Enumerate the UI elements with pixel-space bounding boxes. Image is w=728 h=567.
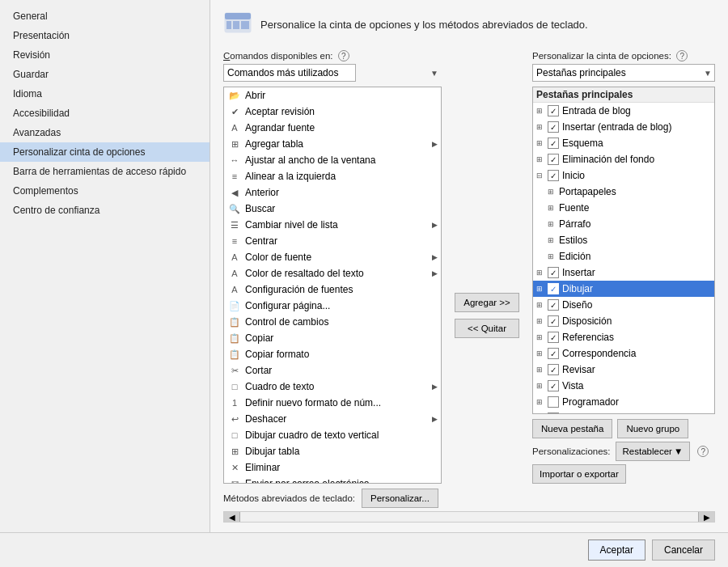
tree-item-5[interactable]: ⊞Portapapeles: [533, 184, 714, 200]
tree-checkbox-4[interactable]: [548, 170, 559, 181]
tree-expand-18[interactable]: ⊞: [536, 398, 548, 406]
tree-checkbox-10[interactable]: [548, 267, 559, 278]
new-group-button[interactable]: Nuevo grupo: [617, 419, 688, 438]
add-button[interactable]: Agregar >>: [455, 293, 519, 312]
commands-listbox[interactable]: 📂Abrir✔Aceptar revisiónAAgrandar fuente⊞…: [223, 87, 442, 484]
tree-expand-14[interactable]: ⊞: [536, 333, 548, 341]
tree-checkbox-16[interactable]: [548, 364, 559, 375]
tree-expand-8[interactable]: ⊞: [548, 236, 559, 244]
tree-checkbox-1[interactable]: [548, 121, 559, 133]
tree-item-12[interactable]: ⊞Diseño: [533, 297, 714, 313]
tree-expand-1[interactable]: ⊞: [536, 123, 548, 131]
tree-expand-10[interactable]: ⊞: [536, 269, 548, 277]
sidebar-item-personalizar-cinta[interactable]: Personalizar cinta de opciones: [0, 142, 210, 162]
tree-item-13[interactable]: ⊞Disposición: [533, 313, 714, 329]
tree-item-14[interactable]: ⊞Referencias: [533, 329, 714, 345]
tree-expand-13[interactable]: ⊞: [536, 317, 548, 325]
tree-checkbox-2[interactable]: [548, 138, 559, 149]
command-item-20[interactable]: ↩Deshacer: [224, 411, 441, 427]
tree-item-7[interactable]: ⊞Párrafo: [533, 216, 714, 232]
tree-expand-17[interactable]: ⊞: [536, 382, 548, 390]
tree-item-9[interactable]: ⊞Edición: [533, 248, 714, 264]
tree-item-4[interactable]: ⊟Inicio: [533, 167, 714, 184]
sidebar-item-guardar[interactable]: Guardar: [0, 65, 210, 84]
sidebar-item-general[interactable]: General: [0, 6, 210, 26]
tree-item-10[interactable]: ⊞Insertar: [533, 264, 714, 281]
command-item-21[interactable]: □Dibujar cuadro de texto vertical: [224, 427, 441, 443]
sidebar-item-complementos[interactable]: Complementos: [0, 181, 210, 201]
importar-button[interactable]: Importar o exportar: [532, 464, 626, 484]
tree-checkbox-3[interactable]: [548, 154, 559, 165]
command-item-5[interactable]: ≡Alinear a la izquierda: [224, 168, 441, 184]
tree-item-17[interactable]: ⊞Vista: [533, 378, 714, 394]
accept-button[interactable]: Aceptar: [588, 539, 645, 561]
command-item-8[interactable]: ☰Cambiar nivel de lista: [224, 217, 441, 233]
tree-checkbox-19[interactable]: [548, 413, 559, 414]
tree-checkbox-11[interactable]: [548, 283, 559, 294]
new-tab-button[interactable]: Nueva pestaña: [532, 419, 612, 438]
sidebar-item-barra-acceso[interactable]: Barra de herramientas de acceso rápido: [0, 162, 210, 181]
tree-item-11[interactable]: ⊞Dibujar: [533, 281, 714, 297]
tree-item-1[interactable]: ⊞Insertar (entrada de blog): [533, 119, 714, 135]
tree-expand-15[interactable]: ⊞: [536, 349, 548, 358]
tree-checkbox-12[interactable]: [548, 299, 559, 311]
sidebar-item-centro-confianza[interactable]: Centro de confianza: [0, 201, 210, 220]
tree-expand-6[interactable]: ⊞: [548, 204, 559, 212]
horizontal-scrollbar[interactable]: ◀ ▶: [223, 511, 715, 523]
tree-expand-16[interactable]: ⊞: [536, 366, 548, 374]
command-item-0[interactable]: 📂Abrir: [224, 87, 441, 104]
restablecer-button[interactable]: Restablecer ▼: [616, 442, 691, 461]
remove-button[interactable]: << Quitar: [455, 319, 519, 338]
scroll-right[interactable]: ▶: [698, 512, 714, 522]
command-item-6[interactable]: ◀Anterior: [224, 184, 441, 201]
cancel-button[interactable]: Cancelar: [652, 539, 715, 561]
command-item-19[interactable]: 1Definir nuevo formato de núm...: [224, 395, 441, 411]
command-item-12[interactable]: AConfiguración de fuentes: [224, 281, 441, 298]
tree-expand-0[interactable]: ⊞: [536, 107, 548, 115]
command-item-11[interactable]: AColor de resaltado del texto: [224, 265, 441, 281]
tree-item-0[interactable]: ⊞Entrada de blog: [533, 103, 714, 119]
tree-item-16[interactable]: ⊞Revisar: [533, 362, 714, 378]
sidebar-item-revision[interactable]: Revisión: [0, 45, 210, 65]
command-item-4[interactable]: ↔Ajustar al ancho de la ventana: [224, 152, 441, 168]
tree-expand-9[interactable]: ⊞: [548, 252, 559, 260]
tree-checkbox-14[interactable]: [548, 332, 559, 343]
command-item-22[interactable]: ⊞Dibujar tabla: [224, 443, 441, 459]
tree-expand-7[interactable]: ⊞: [548, 220, 559, 228]
commands-dropdown[interactable]: Comandos más utilizados: [223, 64, 356, 82]
command-item-18[interactable]: □Cuadro de texto: [224, 379, 441, 395]
tree-item-8[interactable]: ⊞Estilos: [533, 232, 714, 248]
scroll-left[interactable]: ◀: [224, 512, 240, 522]
command-item-7[interactable]: 🔍Buscar: [224, 201, 441, 217]
personalizaciones-help-icon[interactable]: ?: [697, 446, 709, 457]
tree-checkbox-18[interactable]: [548, 396, 559, 408]
tree-checkbox-15[interactable]: [548, 348, 559, 359]
sidebar-item-presentacion[interactable]: Presentación: [0, 26, 210, 45]
tree-expand-4[interactable]: ⊟: [536, 171, 548, 180]
command-item-13[interactable]: 📄Configurar página...: [224, 298, 441, 314]
command-item-9[interactable]: ≡Centrar: [224, 233, 441, 249]
command-item-10[interactable]: AColor de fuente: [224, 249, 441, 265]
command-item-14[interactable]: 📋Control de cambios: [224, 314, 441, 330]
command-item-15[interactable]: 📋Copiar: [224, 330, 441, 346]
sidebar-item-idioma[interactable]: Idioma: [0, 84, 210, 104]
tree-checkbox-13[interactable]: [548, 315, 559, 327]
command-item-24[interactable]: ✉Enviar por correo electrónico: [224, 476, 441, 484]
command-item-16[interactable]: 📋Copiar formato: [224, 346, 441, 362]
tree-expand-11[interactable]: ⊞: [536, 285, 548, 293]
tree-checkbox-0[interactable]: [548, 105, 559, 116]
command-item-2[interactable]: AAgrandar fuente: [224, 120, 441, 136]
ribbon-dropdown[interactable]: Pestañas principales: [532, 64, 715, 82]
tree-item-3[interactable]: ⊞Eliminación del fondo: [533, 151, 714, 167]
commands-help-icon[interactable]: ?: [338, 50, 349, 61]
tree-checkbox-17[interactable]: [548, 380, 559, 391]
keyboard-button[interactable]: Personalizar...: [362, 489, 438, 508]
tree-item-18[interactable]: ⊞Programador: [533, 394, 714, 410]
tree-item-19[interactable]: ⊞Complementos: [533, 410, 714, 414]
sidebar-item-avanzadas[interactable]: Avanzadas: [0, 123, 210, 142]
command-item-1[interactable]: ✔Aceptar revisión: [224, 104, 441, 120]
sidebar-item-accesibilidad[interactable]: Accesibilidad: [0, 104, 210, 123]
tree-item-2[interactable]: ⊞Esquema: [533, 135, 714, 151]
command-item-23[interactable]: ✕Eliminar: [224, 459, 441, 476]
tree-item-15[interactable]: ⊞Correspondencia: [533, 345, 714, 362]
